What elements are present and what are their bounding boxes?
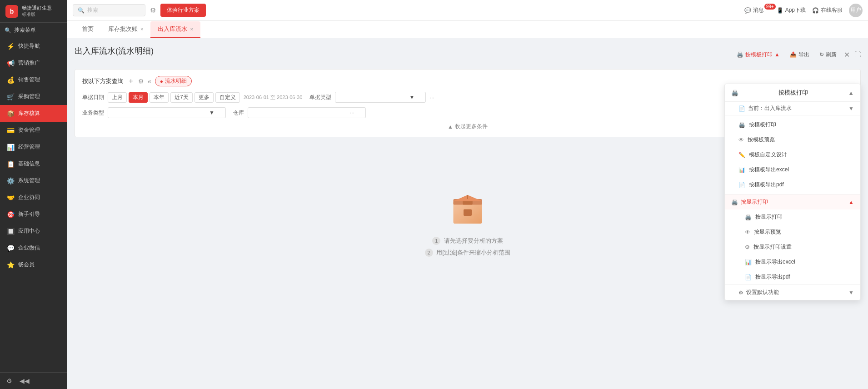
sidebar-item-guide[interactable]: 🎯 新手引导 bbox=[0, 206, 67, 223]
sidebar-item-system[interactable]: ⚙️ 系统管理 bbox=[0, 172, 67, 189]
record-type-more-icon[interactable]: ··· bbox=[429, 94, 434, 101]
display-print-section: 🖨️ 按显示打印 ▲ 🖨️ 按显示打印 👁 按显示预览 ⚙ 按显示打印设置 bbox=[725, 194, 860, 284]
quick-nav-icon: ⚡ bbox=[6, 43, 15, 50]
tip2-num: 2 bbox=[425, 249, 433, 257]
panel-expand-icon[interactable]: ⛶ bbox=[854, 51, 861, 58]
dropdown-header-controls: ▲ bbox=[848, 90, 854, 96]
print-btn[interactable]: 🖨️ 按模板打印 ▲ bbox=[734, 49, 783, 60]
template-preview-icon: 👁 bbox=[738, 137, 744, 143]
topbar-search-box[interactable]: 🔍 搜索 bbox=[73, 4, 145, 16]
topbar-search-icon: 🔍 bbox=[78, 7, 85, 14]
sidebar-label-inventory: 库存核算 bbox=[18, 110, 40, 117]
dropdown-item-template-design[interactable]: ✏️ 模板自定义设计 bbox=[725, 147, 860, 162]
filter-title: 按以下方案查询 bbox=[82, 77, 124, 85]
panel-close-icon[interactable]: ✕ bbox=[844, 50, 850, 59]
warehouse-label: 仓库 bbox=[233, 109, 244, 117]
date-btn-more[interactable]: 更多 bbox=[195, 92, 214, 103]
sidebar-item-collab[interactable]: 🤝 企业协同 bbox=[0, 189, 67, 206]
purchase-icon: 🛒 bbox=[6, 93, 15, 100]
biz-type-group: 业务类型 ▼ bbox=[82, 107, 226, 118]
filter-collapse-icon[interactable]: « bbox=[148, 78, 151, 85]
dropdown-item-display-settings[interactable]: ⚙ 按显示打印设置 bbox=[725, 239, 860, 254]
refresh-label: 刷新 bbox=[826, 51, 837, 59]
template-pdf-icon: 📄 bbox=[738, 182, 745, 188]
filter-add-icon[interactable]: ＋ bbox=[127, 76, 135, 86]
tab-batch-close[interactable]: × bbox=[140, 26, 143, 32]
dropdown-item-template-preview[interactable]: 👁 按模板预览 bbox=[725, 132, 860, 147]
print-icon: 🖨️ bbox=[737, 51, 743, 58]
display-print-header[interactable]: 🖨️ 按显示打印 ▲ bbox=[725, 194, 860, 209]
empty-icon bbox=[447, 187, 488, 228]
date-btn-this-year[interactable]: 本年 bbox=[150, 92, 169, 103]
dropdown-current: 📄 当前：出入库流水 ▼ bbox=[725, 102, 860, 115]
biz-type-label: 业务类型 bbox=[82, 109, 104, 117]
sidebar-item-quick-nav[interactable]: ⚡ 快捷导航 bbox=[0, 38, 67, 55]
topbar-right: 💬 消息 99+ 📱 App下载 🎧 在线客服 用户 bbox=[744, 4, 863, 17]
sidebar-label-member: 畅会员 bbox=[18, 261, 35, 269]
logo: b 畅捷通好生意 标准版 bbox=[0, 0, 67, 23]
date-btn-custom[interactable]: 自定义 bbox=[215, 92, 240, 103]
tab-batch[interactable]: 库存批次账 × bbox=[101, 21, 150, 38]
export-btn[interactable]: 📤 导出 bbox=[787, 49, 812, 60]
record-type-select[interactable]: ▼ bbox=[335, 92, 426, 103]
message-label: 消息 bbox=[753, 6, 764, 14]
topbar-app-download[interactable]: 📱 App下载 bbox=[777, 6, 806, 14]
sidebar-item-operation[interactable]: 📊 经营管理 bbox=[0, 139, 67, 155]
tab-flow[interactable]: 出入库流水 × bbox=[150, 21, 200, 38]
warehouse-more-icon[interactable]: ··· bbox=[350, 110, 354, 116]
dropdown-panel: 🖨️ 按模板打印 ▲ 📄 当前：出入库流水 ▼ 🖨️ 按模板打印 👁 bbox=[724, 84, 861, 300]
dropdown-item-display-print[interactable]: 🖨️ 按显示打印 bbox=[725, 209, 860, 224]
topbar-message[interactable]: 💬 消息 99+ bbox=[744, 6, 770, 14]
sidebar-item-basic[interactable]: 📋 基础信息 bbox=[0, 155, 67, 172]
industry-btn[interactable]: 体验行业方案 bbox=[160, 4, 206, 17]
warehouse-group: 仓库 ··· bbox=[233, 107, 366, 118]
warehouse-select[interactable]: ··· bbox=[248, 107, 366, 118]
collapse-up-icon: ▲ bbox=[448, 124, 453, 130]
sidebar-item-wechat[interactable]: 💬 企业微信 bbox=[0, 239, 67, 256]
empty-tip-1: 1 请先选择要分析的方案 bbox=[432, 237, 503, 245]
refresh-btn[interactable]: ↻ 刷新 bbox=[817, 49, 839, 60]
tab-home-label: 首页 bbox=[82, 25, 94, 33]
sidebar-item-finance[interactable]: 💳 资金管理 bbox=[0, 122, 67, 139]
filter-settings-icon[interactable]: ⚙ bbox=[138, 78, 144, 85]
sidebar-item-marketing[interactable]: 📢 营销推广 bbox=[0, 55, 67, 71]
sidebar-item-purchase[interactable]: 🛒 采购管理 bbox=[0, 88, 67, 105]
dropdown-print-icon: 🖨️ bbox=[731, 90, 738, 96]
sidebar-label-guide: 新手引导 bbox=[18, 210, 40, 218]
avatar[interactable]: 用户 bbox=[849, 4, 863, 17]
tab-home[interactable]: 首页 bbox=[75, 21, 101, 38]
sidebar-item-sales[interactable]: 💰 销售管理 bbox=[0, 71, 67, 88]
display-excel-icon: 📊 bbox=[745, 259, 752, 265]
topbar-gear-icon[interactable]: ⚙ bbox=[150, 6, 156, 15]
dropdown-item-display-excel[interactable]: 📊 按显示导出excel bbox=[725, 254, 860, 269]
date-btn-this-month[interactable]: 本月 bbox=[129, 92, 148, 103]
bottom-settings-icon[interactable]: ⚙ bbox=[6, 377, 12, 384]
dropdown-item-template-print[interactable]: 🖨️ 按模板打印 bbox=[725, 117, 860, 132]
dropdown-chevron-up[interactable]: ▲ bbox=[848, 90, 854, 96]
app-name: 畅捷通好生意 bbox=[22, 5, 52, 11]
date-btn-last-month[interactable]: 上月 bbox=[108, 92, 127, 103]
date-btn-7days[interactable]: 近7天 bbox=[170, 92, 193, 103]
search-icon: 🔍 bbox=[5, 27, 11, 34]
sidebar-item-member[interactable]: ⭐ 畅会员 bbox=[0, 256, 67, 273]
basic-icon: 📋 bbox=[6, 160, 15, 168]
filter-active-tag[interactable]: ● 流水明细 bbox=[155, 76, 192, 86]
dropdown-item-default-settings[interactable]: ⚙ 设置默认功能 ▼ bbox=[725, 284, 860, 300]
sidebar-label-operation: 经营管理 bbox=[18, 143, 40, 151]
sidebar-item-inventory[interactable]: 📦 库存核算 bbox=[0, 105, 67, 122]
collab-icon: 🤝 bbox=[6, 194, 15, 201]
tab-bar: 首页 库存批次账 × 出入库流水 × bbox=[67, 21, 868, 38]
sidebar-item-appstore[interactable]: 🔲 应用中心 bbox=[0, 223, 67, 239]
tab-flow-close[interactable]: × bbox=[190, 26, 193, 32]
sidebar-search[interactable]: 🔍 搜索菜单 bbox=[0, 23, 67, 38]
dropdown-item-template-pdf[interactable]: 📄 按模板导出pdf bbox=[725, 177, 860, 192]
bottom-collapse-icon[interactable]: ◀◀ bbox=[20, 377, 30, 384]
dropdown-item-template-excel[interactable]: 📊 按模板导出excel bbox=[725, 162, 860, 177]
topbar-online-service[interactable]: 🎧 在线客服 bbox=[812, 6, 843, 14]
record-type-group: 单据类型 ▼ ··· bbox=[309, 92, 434, 103]
sidebar-search-label: 搜索菜单 bbox=[14, 26, 36, 34]
biz-type-select[interactable]: ▼ bbox=[108, 107, 226, 118]
tip1-num: 1 bbox=[432, 237, 440, 245]
dropdown-item-display-preview[interactable]: 👁 按显示预览 bbox=[725, 224, 860, 239]
dropdown-item-display-pdf[interactable]: 📄 按显示导出pdf bbox=[725, 269, 860, 284]
